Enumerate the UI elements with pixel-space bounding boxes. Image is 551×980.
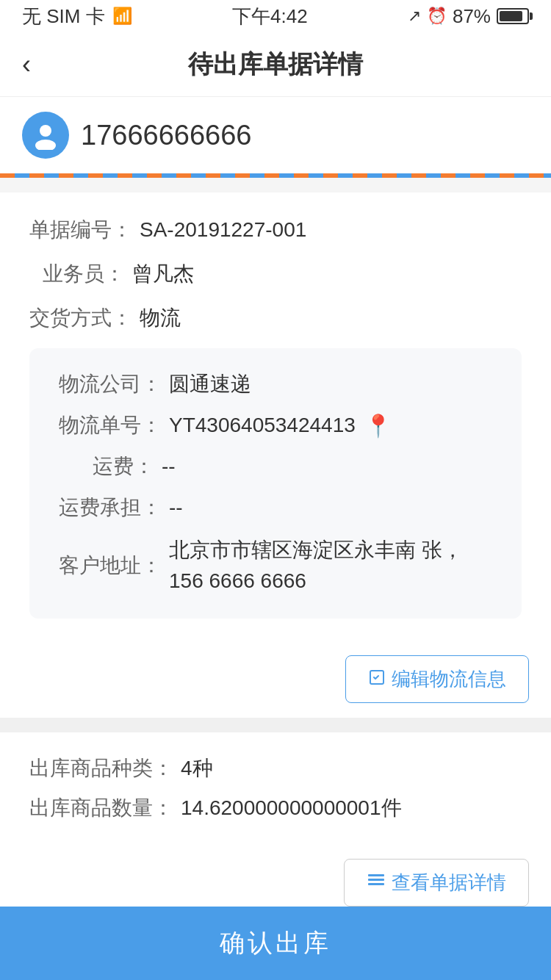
freight-row: 运费： -- — [59, 453, 492, 480]
freight-value: -- — [162, 455, 492, 478]
edit-btn-row: 编辑物流信息 — [0, 641, 551, 718]
svg-rect-3 — [368, 874, 384, 876]
freight-bear-label: 运费承担： — [59, 494, 162, 522]
nav-bar: ‹ 待出库单据详情 — [0, 32, 551, 97]
logistics-company-value: 圆通速递 — [169, 370, 492, 398]
view-detail-label: 查看单据详情 — [392, 870, 506, 896]
address-row: 客户地址： 北京市市辖区海淀区永丰南 张，156 6666 6666 — [59, 535, 492, 597]
product-type-label: 出库商品种类： — [29, 754, 173, 782]
page-title: 待出库单据详情 — [188, 48, 363, 82]
basic-info-section: 单据编号： SA-20191227-001 业务员： 曾凡杰 交货方式： 物流 … — [0, 192, 551, 641]
logistics-company-row: 物流公司： 圆通速递 — [59, 370, 492, 398]
product-type-row: 出库商品种类： 4种 — [29, 754, 522, 782]
dashed-divider — [0, 173, 551, 178]
status-bar: 无 SIM 卡 📶 下午4:42 ↗ ⏰ 87% — [0, 0, 551, 32]
logistics-tracking-row: 物流单号： YT43064053424413 📍 — [59, 411, 492, 439]
edit-icon — [368, 669, 386, 691]
svg-rect-4 — [368, 879, 384, 881]
product-qty-value: 14.620000000000001件 — [181, 794, 402, 822]
product-qty-label: 出库商品数量： — [29, 794, 173, 822]
salesman-row: 业务员： 曾凡杰 — [29, 259, 522, 289]
tracking-location-icon[interactable]: 📍 — [364, 413, 392, 439]
logistics-card: 物流公司： 圆通速递 物流单号： YT43064053424413 📍 运费： … — [29, 348, 522, 619]
svg-point-0 — [40, 125, 51, 137]
view-detail-button[interactable]: 查看单据详情 — [344, 859, 529, 907]
salesman-value: 曾凡杰 — [132, 259, 522, 289]
order-no-row: 单据编号： SA-20191227-001 — [29, 215, 522, 245]
delivery-label: 交货方式： — [29, 303, 132, 334]
section-divider-1 — [0, 718, 551, 732]
logistics-tracking-label: 物流单号： — [59, 411, 162, 439]
location-status-icon: ↗ — [408, 7, 421, 26]
salesman-label: 业务员： — [29, 259, 125, 289]
wifi-icon: 📶 — [112, 7, 132, 26]
back-button[interactable]: ‹ — [15, 42, 38, 87]
freight-bear-row: 运费承担： -- — [59, 494, 492, 522]
product-qty-row: 出库商品数量： 14.620000000000001件 — [29, 794, 522, 822]
address-label: 客户地址： — [59, 552, 162, 580]
avatar — [22, 112, 69, 159]
product-type-value: 4种 — [181, 754, 213, 782]
order-no-label: 单据编号： — [29, 215, 132, 245]
address-value: 北京市市辖区海淀区永丰南 张，156 6666 6666 — [169, 535, 492, 597]
battery-label: 87% — [453, 5, 491, 28]
summary-section: 出库商品种类： 4种 出库商品数量： 14.620000000000001件 — [0, 732, 551, 844]
freight-label: 运费： — [59, 453, 154, 480]
confirm-label: 确认出库 — [220, 926, 331, 960]
view-detail-icon — [367, 871, 386, 895]
battery-bar — [497, 8, 529, 24]
alarm-icon: ⏰ — [427, 7, 447, 26]
logistics-tracking-value: YT43064053424413 📍 — [169, 413, 492, 439]
edit-logistics-label: 编辑物流信息 — [392, 666, 506, 692]
user-phone: 17666666666 — [81, 120, 251, 151]
order-no-value: SA-20191227-001 — [140, 215, 522, 245]
freight-bear-value: -- — [169, 496, 492, 519]
time-label: 下午4:42 — [232, 4, 308, 29]
svg-point-1 — [35, 140, 56, 150]
battery-fill — [500, 11, 522, 21]
svg-rect-5 — [368, 883, 384, 885]
carrier-label: 无 SIM 卡 — [22, 4, 105, 29]
status-left: 无 SIM 卡 📶 — [22, 4, 132, 29]
confirm-button[interactable]: 确认出库 — [0, 907, 551, 980]
delivery-value: 物流 — [140, 303, 522, 334]
delivery-row: 交货方式： 物流 — [29, 303, 522, 334]
logistics-company-label: 物流公司： — [59, 370, 162, 398]
edit-logistics-button[interactable]: 编辑物流信息 — [345, 655, 529, 703]
status-right: ↗ ⏰ 87% — [408, 5, 529, 28]
user-header: 17666666666 — [0, 97, 551, 173]
